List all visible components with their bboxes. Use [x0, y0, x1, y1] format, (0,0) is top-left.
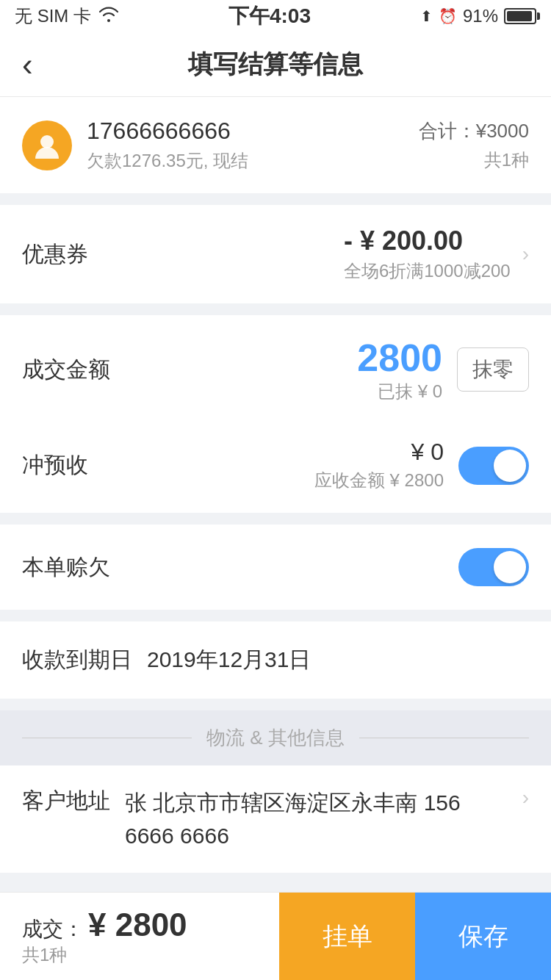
bottom-count: 共1种 — [22, 943, 257, 967]
page-title: 填写结算等信息 — [188, 48, 363, 82]
carrier-text: 无 SIM 卡 — [15, 4, 91, 28]
back-button[interactable]: ‹ — [15, 39, 40, 90]
chong-row: 冲预收 ¥ 0 应收金额 ¥ 2800 — [0, 424, 551, 513]
status-right: ⬆ ⏰ 91% — [420, 6, 536, 26]
coupon-amount: - ¥ 200.00 — [344, 226, 511, 256]
coupon-sub: 全场6折满1000减200 — [344, 259, 511, 283]
status-time: 下午4:03 — [228, 2, 311, 30]
due-date-value: 2019年12月31日 — [147, 645, 311, 675]
she-section: 本单赊欠 — [0, 525, 551, 610]
chong-right: ¥ 0 应收金额 ¥ 2800 — [314, 439, 529, 492]
save-button[interactable]: 保存 — [415, 893, 551, 981]
battery-percent: 91% — [463, 6, 498, 26]
she-toggle-knob — [494, 551, 526, 583]
deal-rounded-sub: 已抹 ¥ 0 — [357, 380, 442, 403]
chong-sub: 应收金额 ¥ 2800 — [314, 469, 444, 492]
total-count: 共1种 — [419, 148, 529, 172]
chong-toggle[interactable] — [458, 447, 529, 485]
round-zero-button[interactable]: 抹零 — [457, 347, 529, 392]
nav-bar: ‹ 填写结算等信息 — [0, 32, 551, 97]
customer-debt: 欠款1276.35元, 现结 — [87, 149, 248, 173]
chevron-right-icon: › — [522, 242, 529, 266]
bottom-deal-amount: ¥ 2800 — [88, 907, 187, 943]
address-chevron-icon: › — [522, 786, 529, 810]
due-date-label: 收款到期日 — [22, 645, 132, 675]
chong-amount-block: ¥ 0 应收金额 ¥ 2800 — [314, 439, 444, 492]
coupon-label: 优惠券 — [22, 239, 88, 270]
coupon-section: 优惠券 - ¥ 200.00 全场6折满1000减200 › — [0, 205, 551, 303]
customer-phone: 17666666666 — [87, 118, 248, 145]
address-section[interactable]: 客户地址 张 北京市市辖区海淀区永丰南 156 6666 6666 › — [0, 765, 551, 873]
divider-line-left — [22, 738, 192, 738]
coupon-row[interactable]: 优惠券 - ¥ 200.00 全场6折满1000减200 › — [0, 205, 551, 303]
divider-section: 物流 & 其他信息 — [0, 710, 551, 765]
alarm-icon: ⏰ — [439, 7, 457, 25]
battery-icon — [504, 8, 536, 24]
divider-text: 物流 & 其他信息 — [206, 725, 345, 751]
status-left: 无 SIM 卡 — [15, 4, 119, 28]
total-label: 合计：¥3000 — [419, 118, 529, 144]
bottom-summary: 成交： ¥ 2800 共1种 — [0, 907, 279, 967]
customer-card: 17666666666 欠款1276.35元, 现结 合计：¥3000 共1种 — [0, 97, 551, 193]
status-bar: 无 SIM 卡 下午4:03 ⬆ ⏰ 91% — [0, 0, 551, 32]
location-icon: ⬆ — [420, 7, 433, 25]
svg-point-0 — [40, 135, 54, 148]
deal-amount-row: 成交金额 2800 已抹 ¥ 0 抹零 — [0, 315, 551, 424]
she-label: 本单赊欠 — [22, 552, 110, 583]
due-date-section: 收款到期日 2019年12月31日 — [0, 621, 551, 699]
deal-amount-value: 2800 — [357, 336, 442, 380]
address-label: 客户地址 — [22, 786, 110, 816]
customer-left: 17666666666 欠款1276.35元, 现结 — [22, 118, 248, 173]
customer-right: 合计：¥3000 共1种 — [419, 118, 529, 172]
bottom-bar: 成交： ¥ 2800 共1种 挂单 保存 — [0, 892, 551, 980]
deal-section: 成交金额 2800 已抹 ¥ 0 抹零 冲预收 ¥ 0 应收金额 ¥ 2800 — [0, 315, 551, 513]
deal-amount-label: 成交金额 — [22, 355, 110, 385]
chong-label: 冲预收 — [22, 450, 88, 480]
she-toggle[interactable] — [458, 548, 529, 586]
hang-order-button[interactable]: 挂单 — [279, 893, 415, 981]
address-value: 张 北京市市辖区海淀区永丰南 156 6666 6666 — [125, 786, 515, 852]
content-area: 17666666666 欠款1276.35元, 现结 合计：¥3000 共1种 … — [0, 97, 551, 980]
deal-amount-container: 2800 已抹 ¥ 0 抹零 — [357, 336, 529, 403]
customer-info: 17666666666 欠款1276.35元, 现结 — [87, 118, 248, 173]
avatar — [22, 120, 72, 170]
toggle-knob — [494, 450, 526, 482]
wifi-icon — [98, 6, 119, 26]
divider-line-right — [359, 738, 529, 738]
bottom-deal-label: 成交： — [22, 915, 84, 943]
chong-amount: ¥ 0 — [314, 439, 444, 466]
